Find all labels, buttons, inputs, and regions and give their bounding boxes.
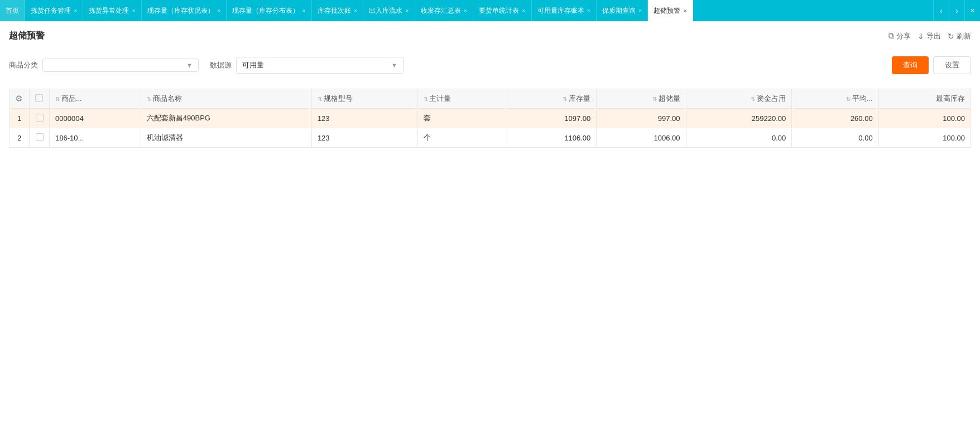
settings-button[interactable]: 设置: [933, 56, 971, 74]
th-product-code[interactable]: ⇅ 商品...: [50, 89, 141, 109]
close-icon[interactable]: ×: [464, 7, 467, 14]
datasource-label: 数据源: [210, 60, 232, 70]
category-filter: 商品分类 ▼: [9, 59, 199, 72]
cell-stock: 1097.00: [507, 109, 596, 128]
refresh-button[interactable]: ↻ 刷新: [948, 31, 971, 41]
datasource-filter: 数据源 可用量 ▼: [210, 57, 403, 74]
nav-close-arrow[interactable]: ×: [964, 0, 980, 21]
th-stock[interactable]: ⇅ 库存量: [507, 89, 596, 109]
cell-product-name: 机油滤清器: [141, 128, 311, 148]
cell-overstock: 997.00: [597, 109, 686, 128]
th-settings: ⚙: [9, 89, 30, 109]
cell-capital: 0.00: [686, 128, 792, 148]
close-icon[interactable]: ×: [132, 7, 135, 14]
nav-tab-order-stats[interactable]: 要货单统计表 ×: [473, 0, 531, 21]
sort-icon: ⇅: [318, 96, 324, 102]
row-select-checkbox[interactable]: [36, 114, 44, 122]
cell-stock: 1106.00: [507, 128, 596, 148]
share-button[interactable]: ⧉ 分享: [888, 31, 911, 41]
cell-unit: 套: [417, 109, 507, 128]
nav-arrows: ‹ › ×: [933, 0, 980, 21]
export-button[interactable]: ⇓ 导出: [917, 31, 941, 41]
th-checkbox: [30, 89, 50, 109]
row-checkbox-2[interactable]: [30, 128, 50, 148]
nav-tab-pick-task[interactable]: 拣货任务管理 ×: [25, 0, 83, 21]
cell-product-code: 186-10...: [50, 128, 141, 148]
th-overstock[interactable]: ⇅ 超储量: [597, 89, 686, 109]
close-icon[interactable]: ×: [74, 7, 77, 14]
sort-icon: ⇅: [147, 96, 153, 102]
sort-icon: ⇅: [751, 96, 757, 102]
page-header: 超储预警 ⧉ 分享 ⇓ 导出 ↻ 刷新: [9, 30, 971, 42]
nav-right-arrow[interactable]: ›: [949, 0, 964, 21]
row-select-checkbox[interactable]: [36, 133, 44, 141]
export-icon: ⇓: [917, 32, 924, 41]
cell-max-stock: 100.00: [878, 128, 971, 148]
main-content: 超储预警 ⧉ 分享 ⇓ 导出 ↻ 刷新 商品分类 ▼ 数据源: [0, 21, 980, 446]
data-table: ⚙ ⇅ 商品... ⇅ 商品名称 ⇅ 规格型号 ⇅: [9, 89, 971, 148]
cell-spec: 123: [311, 128, 417, 148]
cell-avg: 0.00: [792, 128, 878, 148]
cell-unit: 个: [417, 128, 507, 148]
nav-tab-available[interactable]: 可用量库存账本 ×: [532, 0, 597, 21]
sort-icon: ⇅: [55, 96, 61, 102]
th-spec[interactable]: ⇅ 规格型号: [311, 89, 417, 109]
nav-tab-home[interactable]: 首页: [0, 0, 25, 21]
select-all-checkbox[interactable]: [35, 94, 43, 102]
query-button[interactable]: 查询: [892, 56, 929, 74]
refresh-icon: ↻: [948, 32, 954, 41]
nav-left-arrow[interactable]: ‹: [933, 0, 949, 21]
nav-tab-expiry[interactable]: 保质期查询 ×: [597, 0, 648, 21]
nav-tab-stock-dist[interactable]: 现存量（库存分布表） ×: [227, 0, 311, 21]
datasource-select[interactable]: 可用量 ▼: [236, 57, 403, 74]
close-icon[interactable]: ×: [683, 7, 686, 14]
row-index-2: 2: [9, 128, 30, 148]
cell-overstock: 1006.00: [597, 128, 686, 148]
close-icon[interactable]: ×: [638, 7, 642, 14]
th-unit[interactable]: ⇅ 主计量: [417, 89, 507, 109]
table-row: 2 186-10... 机油滤清器 123 个 1106.00 1006.00 …: [9, 128, 971, 148]
filter-area: 商品分类 ▼ 数据源 可用量 ▼ 查询 设置: [9, 51, 971, 80]
nav-tab-inout[interactable]: 出入库流水 ×: [363, 0, 415, 21]
nav-tab-batch[interactable]: 库存批次账 ×: [312, 0, 363, 21]
close-icon[interactable]: ×: [302, 7, 305, 14]
cell-avg: 260.00: [792, 109, 878, 128]
filter-buttons: 查询 设置: [892, 56, 971, 74]
close-icon[interactable]: ×: [354, 7, 357, 14]
chevron-down-icon: ▼: [391, 62, 397, 69]
close-icon[interactable]: ×: [522, 7, 525, 14]
cell-product-name: 六配套新昌490BPG: [141, 109, 311, 128]
table-row: 1 0000004 六配套新昌490BPG 123 套 1097.00 997.…: [9, 109, 971, 128]
nav-tab-overstock[interactable]: 超储预警 ×: [648, 0, 693, 21]
row-index-1: 1: [9, 109, 30, 128]
top-nav: 首页 拣货任务管理 × 拣货异常处理 × 现存量（库存状况表） × 现存量（库存…: [0, 0, 980, 21]
header-actions: ⧉ 分享 ⇓ 导出 ↻ 刷新: [888, 31, 971, 41]
category-label: 商品分类: [9, 60, 38, 70]
category-select[interactable]: ▼: [42, 59, 199, 72]
cell-max-stock: 100.00: [878, 109, 971, 128]
cell-spec: 123: [311, 109, 417, 128]
cell-capital: 259220.00: [686, 109, 792, 128]
close-icon[interactable]: ×: [405, 7, 409, 14]
cell-product-code: 0000004: [50, 109, 141, 128]
sort-icon: ⇅: [652, 96, 659, 102]
share-icon: ⧉: [888, 31, 894, 41]
close-icon[interactable]: ×: [587, 7, 590, 14]
th-product-name[interactable]: ⇅ 商品名称: [141, 89, 311, 109]
nav-tab-summary[interactable]: 收发存汇总表 ×: [415, 0, 473, 21]
th-avg[interactable]: ⇅ 平均...: [792, 89, 878, 109]
sort-icon: ⇅: [424, 96, 430, 102]
close-icon[interactable]: ×: [217, 7, 220, 14]
chevron-down-icon: ▼: [186, 62, 193, 69]
nav-tab-stock-status[interactable]: 现存量（库存状况表） ×: [142, 0, 227, 21]
table-header-row: ⚙ ⇅ 商品... ⇅ 商品名称 ⇅ 规格型号 ⇅: [9, 89, 971, 109]
nav-tab-pick-exception[interactable]: 拣货异常处理 ×: [83, 0, 141, 21]
sort-icon: ⇅: [846, 96, 852, 102]
row-checkbox-1[interactable]: [30, 109, 50, 128]
gear-icon[interactable]: ⚙: [15, 94, 22, 103]
th-capital[interactable]: ⇅ 资金占用: [686, 89, 792, 109]
page-title: 超储预警: [9, 30, 45, 42]
sort-icon: ⇅: [563, 96, 569, 102]
datasource-value: 可用量: [242, 60, 264, 70]
th-max-stock[interactable]: 最高库存: [878, 89, 971, 109]
